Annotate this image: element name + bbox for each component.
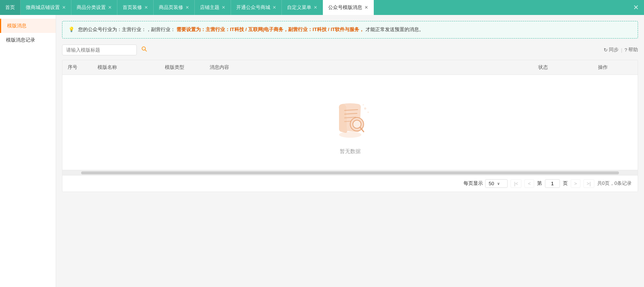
help-button[interactable]: ? 帮助	[625, 46, 638, 53]
page-size-label: 每页显示	[463, 180, 483, 187]
page-label-post: 页	[563, 180, 568, 187]
tab-close-store-theme[interactable]: ✕	[222, 5, 225, 10]
chevron-down-icon: ∨	[497, 181, 500, 186]
tab-close-store-settings[interactable]: ✕	[62, 5, 66, 10]
search-bar: ↻ 同步 | ? 帮助	[62, 45, 638, 55]
first-page-button[interactable]: |<	[511, 179, 521, 188]
page-label-pre: 第	[537, 180, 542, 187]
notice-highlight: 需要设置为：主营行业：IT科技 / 互联网|电子商务，副营行业：IT科技 / I…	[176, 27, 364, 32]
tab-item-home[interactable]: 首页	[0, 0, 21, 15]
scrollbar-thumb[interactable]	[81, 171, 619, 174]
table-header-index: 序号	[62, 60, 92, 74]
table-wrapper: 序号模版名称模版类型消息内容状态操作	[62, 60, 638, 192]
prev-page-button[interactable]: <	[524, 179, 534, 188]
tab-close-product-category[interactable]: ✕	[108, 5, 112, 10]
sync-button[interactable]: ↻ 同步	[604, 46, 619, 53]
svg-line-1	[145, 50, 147, 51]
sync-icon: ↻	[604, 47, 608, 53]
table-header: 序号模版名称模版类型消息内容状态操作	[62, 60, 638, 75]
search-button[interactable]	[140, 45, 149, 55]
svg-point-2	[339, 132, 361, 138]
page-number-input[interactable]	[545, 179, 560, 188]
sidebar: 模版消息模版消息记录	[0, 15, 56, 287]
sidebar-item-template-msg-log[interactable]: 模版消息记录	[0, 33, 56, 47]
notice-icon: 💡	[68, 27, 74, 32]
tab-item-product-decor[interactable]: 商品页装修✕	[154, 0, 195, 15]
tab-item-store-theme[interactable]: 店铺主题✕	[195, 0, 231, 15]
notice-suffix: 才能正常发送预置的消息。	[366, 27, 424, 32]
empty-text: 暂无数据	[340, 148, 361, 155]
search-input[interactable]	[62, 45, 137, 55]
tab-item-product-category[interactable]: 商品分类设置✕	[71, 0, 117, 15]
main-layout: 模版消息模版消息记录 💡 您的公众号行业为：主营行业：，副营行业： 需要设置为：…	[0, 15, 644, 287]
empty-state: 暂无数据	[62, 75, 638, 170]
tab-item-homepage-decor[interactable]: 首页装修✕	[117, 0, 154, 15]
table-header-name: 模版名称	[92, 60, 160, 74]
last-page-button[interactable]: >|	[583, 179, 594, 188]
notice-box: 💡 您的公众号行业为：主营行业：，副营行业： 需要设置为：主营行业：IT科技 /…	[62, 21, 638, 39]
tab-close-template-msg[interactable]: ✕	[364, 5, 368, 10]
help-label: 帮助	[628, 46, 638, 53]
search-right: ↻ 同步 | ? 帮助	[604, 46, 638, 53]
page-size-select[interactable]: 50 ∨	[485, 179, 508, 188]
divider: |	[621, 47, 622, 53]
pagination: 每页显示 50 ∨ |< < 第 页 > >| 共0页，0条记录	[62, 175, 638, 192]
svg-point-9	[363, 104, 364, 106]
sidebar-item-template-msg[interactable]: 模版消息	[0, 19, 56, 33]
search-icon	[141, 46, 147, 52]
horizontal-scrollbar[interactable]	[62, 170, 638, 175]
next-page-button[interactable]: >	[571, 179, 580, 188]
table-header-content: 消息内容	[204, 60, 533, 74]
tab-close-custom-menu[interactable]: ✕	[314, 5, 317, 10]
tab-bar-close-button[interactable]: ✕	[628, 3, 644, 12]
svg-point-7	[364, 107, 366, 110]
notice-prefix: 您的公众号行业为：主营行业：，副营行业：	[78, 27, 175, 32]
sync-label: 同步	[609, 46, 619, 53]
page-size-section: 每页显示 50 ∨	[463, 179, 508, 188]
search-left	[62, 45, 149, 55]
svg-point-8	[367, 112, 369, 113]
tab-close-product-decor[interactable]: ✕	[185, 5, 189, 10]
tab-item-template-msg[interactable]: 公众号模版消息✕	[323, 0, 374, 15]
page-size-value: 50	[489, 181, 494, 186]
tab-item-store-settings[interactable]: 微商城店铺设置✕	[21, 0, 71, 15]
table-header-type: 模版类型	[160, 60, 204, 74]
help-icon: ?	[625, 47, 627, 53]
table-header-status: 状态	[533, 60, 593, 74]
table-header-action: 操作	[593, 60, 638, 74]
tab-close-homepage-decor[interactable]: ✕	[144, 5, 148, 10]
content-area: 💡 您的公众号行业为：主营行业：，副营行业： 需要设置为：主营行业：IT科技 /…	[56, 15, 644, 287]
empty-illustration	[328, 97, 373, 142]
tab-bar: 首页微商城店铺设置✕商品分类设置✕首页装修✕商品页装修✕店铺主题✕开通公众号商城…	[0, 0, 644, 15]
tab-close-open-mall[interactable]: ✕	[272, 5, 276, 10]
page-summary: 共0页，0条记录	[597, 180, 632, 187]
tab-item-custom-menu[interactable]: 自定义菜单✕	[282, 0, 323, 15]
tab-item-open-mall[interactable]: 开通公众号商城✕	[231, 0, 282, 15]
